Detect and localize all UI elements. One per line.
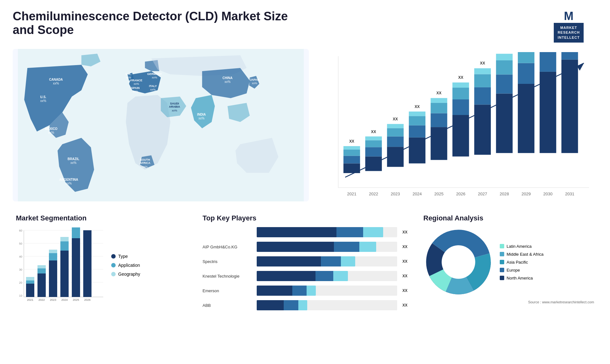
svg-rect-123 <box>60 251 69 297</box>
player-row-4: Knestel Technologie XX <box>203 271 408 281</box>
player-xx-3: XX <box>402 259 407 264</box>
svg-text:xx%: xx% <box>199 117 205 120</box>
svg-rect-73 <box>474 105 491 155</box>
legend-label-latin: Latin America <box>507 244 532 249</box>
svg-rect-51 <box>387 128 404 137</box>
player-xx-2: XX <box>402 245 407 249</box>
svg-text:ARGENTINA: ARGENTINA <box>59 178 78 181</box>
legend-box-apac <box>500 260 504 264</box>
player-bar-5 <box>257 286 397 296</box>
svg-text:2025: 2025 <box>434 192 444 196</box>
svg-rect-130 <box>83 230 92 297</box>
svg-rect-115 <box>37 273 46 297</box>
players-section: Top Key Players XX AIP GmbH&Co.KG <box>200 211 411 313</box>
legend-mea: Middle East & Africa <box>500 252 544 257</box>
legend-asia-pacific: Asia Pacific <box>500 260 544 265</box>
svg-text:ITALY: ITALY <box>149 84 157 88</box>
svg-rect-55 <box>409 138 425 164</box>
svg-rect-45 <box>365 140 382 147</box>
svg-rect-116 <box>37 268 46 273</box>
svg-text:SAUDI: SAUDI <box>170 102 179 105</box>
svg-text:30: 30 <box>19 268 22 271</box>
svg-text:SOUTH: SOUTH <box>140 158 150 161</box>
legend-latin-america: Latin America <box>500 244 544 249</box>
player-row-5: Emerson XX <box>203 286 408 296</box>
svg-text:MEXICO: MEXICO <box>45 127 58 131</box>
svg-text:xx%: xx% <box>53 82 59 85</box>
svg-rect-67 <box>452 115 469 157</box>
svg-text:20: 20 <box>19 281 22 284</box>
legend-dot-geography <box>111 272 116 276</box>
svg-text:2023: 2023 <box>391 192 400 196</box>
svg-text:AFRICA: AFRICA <box>139 161 150 165</box>
regional-section: Regional Analysis Latin America <box>420 211 598 313</box>
svg-text:50: 50 <box>19 242 22 245</box>
logo-text: MARKET RESEARCH INTELLECT <box>554 23 584 43</box>
svg-rect-113 <box>26 277 34 280</box>
svg-text:xx%: xx% <box>40 99 46 103</box>
legend-label-europe: Europe <box>507 268 520 273</box>
player-bar-1 <box>257 227 397 237</box>
page-title: Chemiluminescence Detector (CLD) Market … <box>13 10 299 37</box>
legend-north-america: North America <box>500 276 544 280</box>
svg-text:xx%: xx% <box>152 76 157 79</box>
legend-dot-type <box>111 254 116 259</box>
logo: M MARKET RESEARCH INTELLECT <box>540 10 597 43</box>
segmentation-legend: Type Application Geography <box>111 254 140 277</box>
svg-text:10: 10 <box>19 294 22 297</box>
bar-chart-svg: XX 2021 XX 2022 XX 2023 <box>328 52 591 212</box>
svg-text:2026: 2026 <box>456 192 465 196</box>
svg-rect-81 <box>496 60 513 75</box>
player-name-4: Knestel Technologie <box>203 274 254 279</box>
svg-rect-124 <box>60 241 69 251</box>
svg-text:2031: 2031 <box>565 192 574 196</box>
svg-rect-117 <box>37 265 46 268</box>
legend-box-latin <box>500 244 504 248</box>
logo-m-icon: M <box>564 10 573 23</box>
svg-text:XX: XX <box>415 104 420 109</box>
legend-box-europe <box>500 268 504 272</box>
legend-label-geography: Geography <box>118 272 140 277</box>
svg-rect-74 <box>474 87 491 104</box>
svg-rect-49 <box>387 147 404 167</box>
svg-rect-91 <box>540 52 556 72</box>
player-row-6: ABB XX <box>203 300 408 310</box>
svg-rect-79 <box>496 94 513 153</box>
svg-text:2026: 2026 <box>84 298 91 301</box>
legend-application: Application <box>111 263 140 268</box>
svg-text:CANADA: CANADA <box>49 78 63 81</box>
svg-rect-70 <box>452 83 469 88</box>
legend-label-mea: Middle East & Africa <box>507 252 544 257</box>
players-list: XX AIP GmbH&Co.KG XX Spectris <box>203 227 408 310</box>
bar-chart: XX 2021 XX 2022 XX 2023 <box>318 49 597 201</box>
svg-rect-90 <box>540 72 556 153</box>
svg-rect-95 <box>561 52 578 60</box>
svg-rect-76 <box>474 68 491 74</box>
regional-legend: Latin America Middle East & Africa Asia … <box>500 244 544 280</box>
svg-rect-46 <box>365 137 382 140</box>
legend-geography: Geography <box>111 272 140 277</box>
svg-rect-39 <box>343 150 360 156</box>
donut-svg <box>424 227 493 297</box>
player-xx-4: XX <box>402 274 407 278</box>
legend-europe: Europe <box>500 268 544 273</box>
svg-rect-50 <box>387 137 404 147</box>
player-bar-6 <box>257 300 397 310</box>
svg-text:U.K.: U.K. <box>125 72 131 76</box>
svg-text:2029: 2029 <box>522 192 531 196</box>
legend-dot-application <box>111 263 116 267</box>
svg-rect-120 <box>49 253 57 260</box>
svg-text:40: 40 <box>19 255 22 258</box>
player-name-2: AIP GmbH&Co.KG <box>203 245 254 249</box>
svg-rect-125 <box>60 237 69 241</box>
svg-rect-80 <box>496 75 513 94</box>
svg-text:JAPAN: JAPAN <box>250 78 259 81</box>
svg-rect-86 <box>518 63 534 84</box>
svg-text:XX: XX <box>349 139 355 144</box>
svg-text:2024: 2024 <box>413 192 422 196</box>
svg-rect-82 <box>496 54 513 60</box>
segmentation-title: Market Segmentation <box>16 214 187 222</box>
svg-text:GERMANY: GERMANY <box>147 72 162 76</box>
svg-point-137 <box>442 245 475 279</box>
svg-rect-128 <box>72 227 80 238</box>
